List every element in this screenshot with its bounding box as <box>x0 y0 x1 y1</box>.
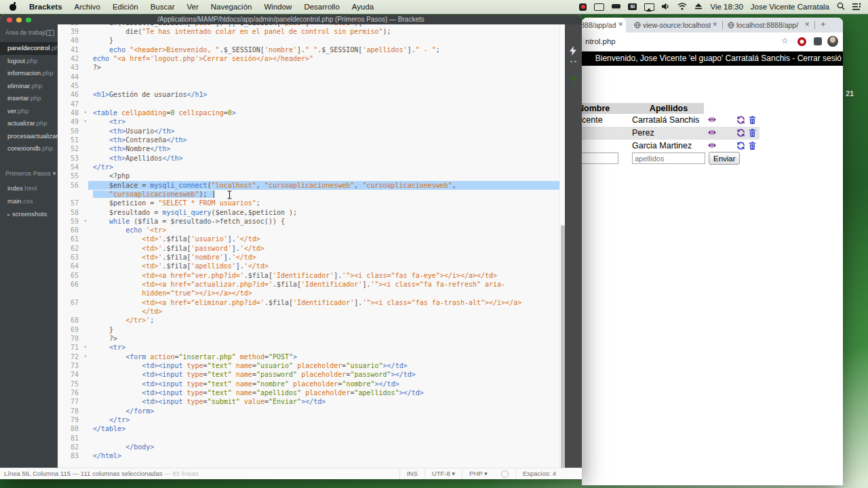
code-row-63[interactable]: <td>'.$fila['nombre'].'</td> <box>88 253 559 262</box>
update-refresh-icon[interactable] <box>736 129 746 138</box>
workspace-file-informacion[interactable]: informacion.php <box>0 67 58 80</box>
menubar-item-ayuda[interactable]: Ayuda <box>352 3 374 11</box>
code-row-79[interactable]: </tr> <box>88 415 559 424</box>
menubar-item-ver[interactable]: Ver <box>186 3 198 11</box>
workspace-file-eliminar[interactable]: eliminar.php <box>0 80 58 93</box>
close-window-button[interactable] <box>7 18 12 23</box>
menubar-item-desarrollo[interactable]: Desarrollo <box>304 3 339 11</box>
fold-arrow-icon[interactable]: ▾ <box>84 108 87 117</box>
menubar-item-brackets[interactable]: Brackets <box>29 3 62 11</box>
extension-icon-red[interactable] <box>797 37 806 46</box>
fold-arrow-icon[interactable]: ▾ <box>84 343 87 352</box>
code-row-59[interactable]: while ($fila = $resultado->fetch_assoc()… <box>88 217 559 226</box>
enviar-button[interactable]: Enviar <box>709 152 740 165</box>
code-row-50[interactable]: <th>Usuario</th> <box>88 127 559 136</box>
lint-status-icon[interactable] <box>501 470 509 478</box>
live-preview-icon[interactable] <box>569 46 577 58</box>
new-tab-button[interactable]: + <box>821 19 826 29</box>
code-row-68[interactable]: </tr>'; <box>88 316 559 325</box>
project-file-main.css[interactable]: main.css <box>0 195 58 207</box>
code-row-40[interactable]: } <box>88 36 559 45</box>
workspace-file-conexiondb[interactable]: conexiondb.php <box>0 142 58 155</box>
display-icon[interactable] <box>594 3 604 11</box>
view-eye-icon[interactable] <box>707 142 717 150</box>
insert-mode-toggle[interactable]: INS <box>399 468 425 479</box>
menubar-clock[interactable]: Vie 18:30 <box>710 3 743 11</box>
delete-trash-icon[interactable] <box>749 116 758 125</box>
delete-trash-icon[interactable] <box>749 129 758 138</box>
code-row-56-0[interactable]: $enlace = mysqli_connect("localhost", "c… <box>88 181 559 190</box>
code-row-47[interactable] <box>88 100 559 108</box>
browser-tab-1[interactable]: view-source:localhost:88✕ <box>631 18 720 33</box>
project-file-index.html[interactable]: index.html <box>0 182 58 195</box>
apple-menu-icon[interactable] <box>9 3 17 11</box>
menubar-user[interactable]: Jose Vicente Carratala <box>751 3 829 11</box>
code-row-73[interactable]: <td><input type="text" name="usuario" pl… <box>88 361 559 370</box>
zoom-window-button[interactable] <box>26 18 31 23</box>
code-row-81[interactable] <box>88 434 559 443</box>
view-eye-icon[interactable] <box>707 116 717 125</box>
code-row-80[interactable]: </table> <box>88 424 559 433</box>
airplay-icon[interactable] <box>644 3 654 11</box>
code-row-77[interactable]: <td><input type="submit" value="Enviar">… <box>88 397 559 406</box>
view-eye-icon[interactable] <box>707 129 717 138</box>
browser-tab-2[interactable]: localhost:8888/app/✕ <box>724 18 812 33</box>
code-row-53[interactable]: <th>Apellidos</th> <box>88 154 559 163</box>
code-row-82[interactable]: </body> <box>88 443 559 451</box>
code-row-57[interactable]: $peticion = "SELECT * FROM usuarios"; <box>88 199 559 207</box>
code-row-52[interactable]: <th>Nombre</th> <box>88 144 559 153</box>
browser-tab-0[interactable]: 888/app/admi✕ <box>582 18 626 33</box>
bi-app-icon[interactable]: BI <box>628 3 637 10</box>
menubar-item-window[interactable]: Window <box>264 3 292 11</box>
code-row-46[interactable]: <h1>Gestión de usuarios</h1> <box>88 90 559 99</box>
screen-record-icon[interactable] <box>579 3 587 11</box>
notification-center-icon[interactable] <box>852 3 861 12</box>
tab-close-icon[interactable]: ✕ <box>618 21 623 28</box>
minimize-window-button[interactable] <box>16 18 22 23</box>
code-row-39[interactable]: die("Te has intentado colar en el panel … <box>88 27 559 36</box>
workspace-file-ver[interactable]: ver.php <box>0 105 58 118</box>
update-refresh-icon[interactable] <box>736 116 746 125</box>
fold-arrow-icon[interactable]: ▾ <box>84 217 87 226</box>
fold-arrow-icon[interactable]: ▾ <box>84 352 87 361</box>
code-row-44[interactable] <box>88 73 559 81</box>
language-selector[interactable]: PHP ▾ <box>462 468 494 479</box>
keyboard-icon[interactable] <box>612 4 620 10</box>
code-row-43[interactable]: ?> <box>88 63 559 72</box>
nombre-input[interactable] <box>582 152 618 164</box>
code-row-61[interactable]: <td>'.$fila['usuario'].'</td> <box>88 235 559 243</box>
encoding-selector[interactable]: UTF-8 ▾ <box>425 468 462 479</box>
code-row-49[interactable]: <tr> <box>88 117 559 126</box>
code-row-76[interactable]: <td><input type="text" name="apellidos" … <box>88 388 559 397</box>
code-row-72[interactable]: <form action="insertar.php" method="POST… <box>88 352 559 361</box>
code-row-54[interactable]: </tr> <box>88 163 559 171</box>
eject-icon[interactable] <box>694 3 703 12</box>
code-editor[interactable]: 3839404142434445464748▾49▾50515253545556… <box>58 24 559 468</box>
code-row-78[interactable]: </form> <box>88 407 559 415</box>
apellidos-input[interactable] <box>632 152 705 164</box>
workspace-file-logout[interactable]: logout.php <box>0 55 58 68</box>
wifi-icon[interactable] <box>677 3 687 12</box>
project-file-screenshots[interactable]: ▸screenshots <box>0 207 58 220</box>
workspace-file-paneldecontrol[interactable]: paneldecontrol.php <box>0 42 58 55</box>
fold-arrow-icon[interactable]: ▾ <box>84 117 87 126</box>
tab-close-icon[interactable]: ✕ <box>804 21 810 28</box>
menubar-item-edición[interactable]: Edición <box>113 3 138 11</box>
code-row-66-1[interactable]: hidden="true"></i></a></td> <box>88 289 559 298</box>
menubar-item-buscar[interactable]: Buscar <box>151 3 175 11</box>
code-row-45[interactable] <box>88 81 559 90</box>
code-row-56-1[interactable]: "cursoaplicacionesweb"); <box>88 190 559 199</box>
bookmark-star-icon[interactable]: ☆ <box>781 36 789 45</box>
delete-trash-icon[interactable] <box>749 142 758 150</box>
indent-setting[interactable]: Espacios: 4 <box>515 468 563 479</box>
code-row-65[interactable]: <td><a href="ver.php?id='.$fila['Identif… <box>88 271 559 280</box>
profile-avatar[interactable] <box>827 36 838 47</box>
code-row-83[interactable]: </html> <box>88 451 559 460</box>
menubar-item-navegación[interactable]: Navegación <box>211 3 252 11</box>
code-row-62[interactable]: <td>'.$fila['password'].'</td> <box>88 244 559 253</box>
workspace-file-actualizar[interactable]: actualizar.php <box>0 117 58 130</box>
code-row-70[interactable]: ?> <box>88 334 559 343</box>
code-row-71[interactable]: <tr> <box>88 343 559 352</box>
code-row-58[interactable]: $resultado = mysqli_query($enlace,$petic… <box>88 208 559 217</box>
project-label[interactable]: Primeros Pasos ▾ <box>5 169 56 177</box>
